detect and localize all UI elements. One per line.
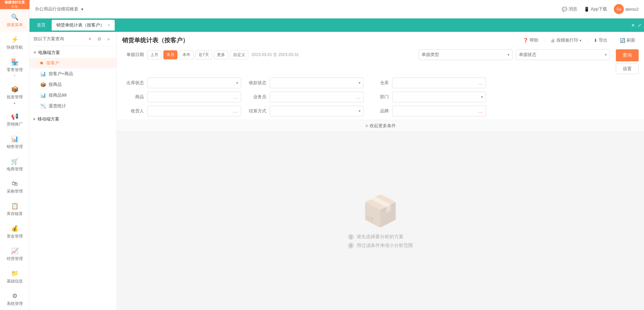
- scheme-item-by-product-99[interactable]: 📊 按商品99: [30, 90, 116, 101]
- salesperson-dots-icon: …: [355, 94, 361, 100]
- recipient-dots-icon: …: [233, 108, 238, 114]
- product-input[interactable]: …: [147, 92, 241, 102]
- tab-sales-stats[interactable]: 销货单统计表（按客户） ×: [52, 20, 115, 31]
- sidebar-item-quick-nav[interactable]: ⚡ 快捷导航: [0, 32, 29, 54]
- sidebar-item-label: 快捷导航: [7, 45, 23, 50]
- divider: [613, 38, 614, 43]
- desktop-group-label: 电脑端方案: [38, 50, 60, 56]
- doc-status-select[interactable]: 单据状态 ▾: [516, 49, 610, 60]
- logo-sub: 标版: [11, 4, 18, 9]
- main-content: 办公用品行业模拟账套 ▾ 💬 消息 📱 App下载 Ea demo2 首页: [30, 0, 644, 310]
- sidebar-item-sales-mgmt[interactable]: 📊 销售管理: [0, 131, 29, 154]
- add-scheme-button[interactable]: +: [86, 35, 94, 43]
- hint-num-1: 1: [348, 234, 354, 240]
- date-btn-last7[interactable]: 近7天: [196, 50, 212, 59]
- search-icon: 🔍: [11, 13, 18, 21]
- sidebar-item-retail[interactable]: 🏪 零售管理 ▼: [0, 54, 29, 82]
- collapse-bar[interactable]: ∧ 收起更多条件: [117, 120, 644, 132]
- refresh-button[interactable]: 🔄 刷新: [616, 36, 639, 45]
- app-download-button[interactable]: 📱 App下载: [584, 6, 607, 12]
- scheme-item-by-product[interactable]: 📦 按商品: [30, 79, 116, 90]
- hint-text-1: 请先选择要分析的方案: [357, 234, 404, 240]
- sidebar-item-ecom[interactable]: 🛒 电商管理: [0, 154, 29, 176]
- sidebar-item-operations[interactable]: 📈 经营管理: [0, 243, 29, 266]
- wholesale-icon: 📦: [11, 86, 18, 93]
- msg-button[interactable]: 💬 消息: [562, 6, 577, 12]
- filter-row-2: 出库状态 ▾ 收款状态 ▾ 仓库 …: [122, 78, 639, 88]
- settlement-select[interactable]: ▾: [270, 106, 364, 116]
- empty-hints: 1 请先选择要分析的方案 2 用过滤条件来缩小分析范围: [348, 234, 413, 249]
- doc-type-label: 单据类型: [422, 52, 439, 58]
- dept-select[interactable]: ▾: [392, 92, 486, 102]
- tab-close-window-icon[interactable]: ✕: [631, 23, 635, 28]
- recipient-input[interactable]: …: [147, 106, 241, 116]
- scheme-item-icon: 📦: [40, 82, 46, 87]
- desktop-group-header[interactable]: 电脑端方案: [30, 48, 116, 58]
- msg-icon: 💬: [562, 7, 567, 12]
- sidebar-item-label: 销售管理: [7, 144, 23, 150]
- sidebar-item-label: 库存核算: [7, 211, 23, 217]
- print-button[interactable]: 🖨 按模板打印 ▾: [547, 36, 585, 45]
- divider: [544, 38, 545, 43]
- tab-expand-icon[interactable]: ⤢: [638, 23, 641, 28]
- doc-status-chevron-icon: ▾: [605, 52, 607, 57]
- sidebar-item-system[interactable]: ⚙ 系统管理: [0, 288, 29, 310]
- sidebar-item-basic-info[interactable]: 📁 基础信息: [0, 266, 29, 288]
- filter-area: 单据日期 上月 本月 本年 近7天 更多 自定义 2023-03-01 至 20…: [122, 49, 639, 116]
- payment-status-select[interactable]: ▾: [270, 78, 364, 88]
- logo-text: 畅捷信好生意: [3, 0, 26, 4]
- tab-close-icon[interactable]: ×: [108, 23, 110, 28]
- date-filter-label: 单据日期: [122, 52, 144, 58]
- date-btn-custom[interactable]: 自定义: [230, 50, 248, 59]
- user-avatar: Ea: [614, 4, 624, 14]
- sidebar-item-label: 电商管理: [7, 166, 23, 172]
- print-icon: 🖨: [551, 38, 555, 43]
- quick-nav-icon: ⚡: [11, 36, 18, 43]
- doc-type-select[interactable]: 单据类型 ▾: [419, 49, 513, 60]
- salesperson-input[interactable]: …: [270, 92, 364, 102]
- collapse-icon: «: [107, 36, 110, 42]
- sidebar-item-search[interactable]: 🔍 搜索菜单: [0, 9, 29, 32]
- sidebar-item-finance[interactable]: 💰 资金管理: [0, 221, 29, 243]
- date-btn-last-month[interactable]: 上月: [147, 50, 161, 59]
- scheme-item-icon: 📊: [40, 71, 46, 76]
- help-button[interactable]: ❓ 帮助: [520, 36, 542, 45]
- scheme-settings-button[interactable]: ⚙: [96, 35, 103, 43]
- date-btn-this-month[interactable]: 本月: [163, 50, 177, 59]
- sidebar-item-purchase[interactable]: 🛍 采购管理: [0, 176, 29, 198]
- salesperson-label: 业务员: [245, 94, 266, 100]
- sidebar-item-inventory[interactable]: 📋 库存核算: [0, 198, 29, 221]
- refresh-icon: 🔄: [620, 38, 625, 43]
- query-button[interactable]: 查询: [616, 49, 639, 61]
- sidebar-item-marketing[interactable]: 📢 营销推广: [0, 109, 29, 131]
- page-title: 销货单统计表（按客户）: [122, 36, 189, 44]
- collapse-left-panel-button[interactable]: «: [105, 35, 112, 43]
- brand-input[interactable]: …: [392, 106, 486, 116]
- warehouse-input[interactable]: …: [392, 78, 486, 88]
- scheme-item-by-customer[interactable]: 按客户: [30, 58, 116, 68]
- breadcrumb-text: 办公用品行业模拟账套: [35, 6, 78, 12]
- settlement-label: 结算方式: [245, 108, 266, 114]
- warehouse-label: 仓库: [367, 80, 389, 86]
- sidebar-item-wholesale[interactable]: 📦 批发管理 ▲: [0, 82, 29, 109]
- mobile-group-header[interactable]: 移动端方案: [30, 114, 116, 124]
- scheme-item-label: 按客户+商品: [49, 71, 73, 77]
- brand-dots-icon: …: [478, 108, 483, 114]
- expand-icon: [34, 118, 36, 120]
- user-profile[interactable]: Ea demo2: [614, 4, 639, 14]
- header-right: 💬 消息 📱 App下载 Ea demo2: [562, 4, 639, 14]
- ship-chevron-icon: ▾: [236, 81, 238, 85]
- date-btn-this-year[interactable]: 本年: [179, 50, 194, 59]
- setting-button[interactable]: 设置: [616, 63, 639, 74]
- ship-status-select[interactable]: ▾: [147, 78, 241, 88]
- tab-home[interactable]: 首页: [32, 20, 50, 31]
- settlement-chevron-icon: ▾: [359, 109, 361, 113]
- active-indicator: [40, 62, 43, 64]
- mobile-group-label: 移动端方案: [38, 116, 59, 122]
- export-icon: ⬇: [594, 38, 597, 43]
- scheme-item-return-stats[interactable]: 📉 退货统计: [30, 101, 116, 111]
- scheme-item-by-customer-product[interactable]: 📊 按客户+商品: [30, 68, 116, 79]
- export-button[interactable]: ⬇ 导出: [590, 36, 611, 45]
- sidebar-item-label: 营销推广: [7, 121, 23, 127]
- date-btn-more[interactable]: 更多: [214, 50, 228, 59]
